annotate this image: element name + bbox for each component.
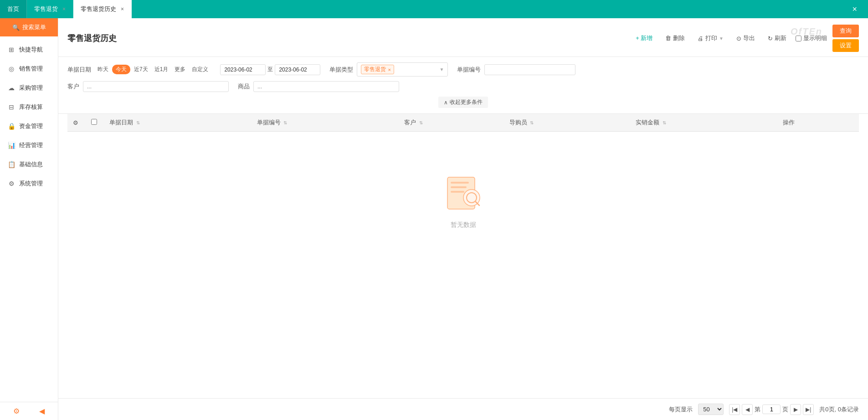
tab-home[interactable]: 首页 bbox=[0, 0, 27, 18]
th-amount[interactable]: 实销金额 ⇅ bbox=[630, 114, 778, 132]
print-chevron-icon: ▼ bbox=[719, 36, 724, 41]
th-customer[interactable]: 客户 ⇅ bbox=[399, 114, 504, 132]
page-size-select[interactable]: 50 10 20 100 bbox=[698, 404, 724, 415]
filter-row-2: 客户 商品 bbox=[67, 81, 859, 92]
date-option-7days[interactable]: 近7天 bbox=[131, 65, 151, 74]
settings-icon[interactable]: ⚙ bbox=[73, 119, 78, 126]
guide-sort-icon: ⇅ bbox=[530, 120, 534, 125]
show-detail-checkbox[interactable] bbox=[796, 36, 801, 41]
sidebar-settings-icon[interactable]: ⚙ bbox=[13, 407, 20, 415]
last-page-button[interactable]: ▶| bbox=[803, 404, 814, 415]
prev-page-button[interactable]: ◀ bbox=[742, 404, 753, 415]
sidebar-item-sales-mgmt[interactable]: ◎ 销售管理 bbox=[0, 59, 58, 78]
capital-mgmt-icon: 🔒 bbox=[7, 122, 15, 130]
refresh-icon: ↻ bbox=[768, 35, 773, 42]
export-button[interactable]: ⊙ 导出 bbox=[733, 32, 759, 44]
customer-filter-label: 客户 bbox=[67, 82, 79, 91]
th-guide[interactable]: 导购员 ⇅ bbox=[504, 114, 630, 132]
svg-rect-1 bbox=[451, 182, 469, 184]
inventory-icon: ⊟ bbox=[7, 103, 15, 111]
print-icon: 🖨 bbox=[698, 35, 704, 42]
bill-no-label: 单据编号 bbox=[457, 66, 481, 74]
date-filter-group: 单据日期 昨天 今天 近7天 近1月 更多 自定义 bbox=[67, 65, 211, 74]
tab-list: 首页 零售退货 × 零售退货历史 × bbox=[0, 0, 848, 18]
date-to-input[interactable] bbox=[275, 64, 320, 75]
empty-text: 暂无数据 bbox=[451, 221, 476, 229]
delete-button[interactable]: 🗑 删除 bbox=[662, 32, 688, 44]
sidebar-item-capital-mgmt[interactable]: 🔒 资金管理 bbox=[0, 117, 58, 136]
tab-retail-return[interactable]: 零售退货 × bbox=[27, 0, 73, 18]
topbar-right: × bbox=[848, 5, 868, 14]
th-actions: 操作 bbox=[777, 114, 859, 132]
operations-mgmt-icon: 📊 bbox=[7, 141, 15, 149]
th-bill-date[interactable]: 单据日期 ⇅ bbox=[104, 114, 252, 132]
show-detail-checkbox-label[interactable]: 显示明细 bbox=[796, 34, 827, 42]
date-option-today[interactable]: 今天 bbox=[112, 65, 130, 74]
customer-filter-group: 客户 bbox=[67, 81, 229, 92]
tab-retail-return-history[interactable]: 零售退货历史 × bbox=[73, 0, 132, 18]
tab-retail-return-close[interactable]: × bbox=[62, 6, 66, 12]
quick-nav-icon: ⊞ bbox=[7, 46, 15, 54]
bill-no-input[interactable] bbox=[484, 64, 575, 75]
print-button[interactable]: 🖨 打印 ▼ bbox=[694, 32, 727, 44]
page-number-input[interactable] bbox=[762, 405, 781, 414]
svg-rect-3 bbox=[451, 191, 464, 193]
window-close-button[interactable]: × bbox=[848, 5, 861, 14]
sidebar-item-system-mgmt[interactable]: ⚙ 系统管理 bbox=[0, 174, 58, 193]
sales-mgmt-icon: ◎ bbox=[7, 65, 15, 73]
empty-state-row: 暂无数据 bbox=[67, 132, 859, 266]
filter-area: 单据日期 昨天 今天 近7天 近1月 更多 自定义 至 bbox=[58, 57, 868, 114]
bill-no-sort-icon: ⇅ bbox=[283, 120, 287, 125]
new-button[interactable]: + 新增 bbox=[632, 32, 656, 44]
page-label-suffix: 页 bbox=[782, 405, 788, 414]
th-checkbox[interactable] bbox=[86, 114, 104, 132]
basic-info-icon: 📋 bbox=[7, 160, 15, 169]
th-bill-no[interactable]: 单据编号 ⇅ bbox=[252, 114, 399, 132]
collapse-icon: ∧ bbox=[444, 99, 448, 106]
sidebar-item-purchase-mgmt[interactable]: ☁ 采购管理 bbox=[0, 78, 58, 97]
goods-filter-label: 商品 bbox=[238, 82, 250, 91]
sidebar: 🔍 搜索菜单 ⊞ 快捷导航 ◎ 销售管理 ☁ 采购管理 ⊟ 库存核算 🔒 资金 bbox=[0, 18, 58, 420]
refresh-button[interactable]: ↻ 刷新 bbox=[764, 32, 790, 44]
sidebar-search-button[interactable]: 🔍 搜索菜单 bbox=[0, 18, 58, 36]
date-from-input[interactable] bbox=[220, 64, 266, 75]
date-option-yesterday[interactable]: 昨天 bbox=[95, 65, 111, 74]
page-header: 零售退货历史 + 新增 🗑 删除 🖨 打印 ▼ ⊙ 导出 ↻ 刷新 bbox=[58, 18, 868, 57]
bill-type-filter-group: 单据类型 零售退货 × ▼ bbox=[329, 62, 448, 77]
sidebar-item-quick-nav[interactable]: ⊞ 快捷导航 bbox=[0, 40, 58, 59]
query-button[interactable]: 查询 bbox=[832, 25, 859, 37]
date-option-1month[interactable]: 近1月 bbox=[152, 65, 171, 74]
select-all-checkbox[interactable] bbox=[91, 119, 97, 125]
sidebar-item-basic-info[interactable]: 📋 基础信息 bbox=[0, 155, 58, 174]
search-icon: 🔍 bbox=[12, 24, 20, 31]
table-body: 暂无数据 bbox=[67, 132, 859, 266]
collapse-button[interactable]: ∧ 收起更多条件 bbox=[438, 97, 488, 108]
goods-input[interactable] bbox=[253, 81, 399, 92]
first-page-button[interactable]: |◀ bbox=[729, 404, 740, 415]
system-mgmt-icon: ⚙ bbox=[7, 179, 15, 188]
bill-type-tag-close[interactable]: × bbox=[388, 67, 390, 72]
date-range-options: 昨天 今天 近7天 近1月 更多 自定义 bbox=[95, 65, 211, 74]
date-option-more[interactable]: 更多 bbox=[172, 65, 188, 74]
setting-button[interactable]: 设置 bbox=[832, 39, 859, 52]
table-header: ⚙ 单据日期 ⇅ 单据编号 ⇅ bbox=[67, 114, 859, 132]
total-records: 共0页, 0条记录 bbox=[819, 405, 859, 414]
export-icon: ⊙ bbox=[736, 35, 741, 42]
sidebar-item-inventory[interactable]: ⊟ 库存核算 bbox=[0, 97, 58, 117]
page-size-label: 每页显示 bbox=[669, 405, 693, 414]
date-filter-label: 单据日期 bbox=[67, 66, 91, 74]
sidebar-collapse-icon[interactable]: ◀ bbox=[39, 407, 45, 415]
bill-type-select[interactable]: 零售退货 × ▼ bbox=[357, 62, 448, 77]
tab-retail-return-history-close[interactable]: × bbox=[121, 6, 124, 12]
bill-type-tag: 零售退货 × bbox=[361, 65, 394, 74]
bill-date-sort-icon: ⇅ bbox=[136, 120, 140, 125]
th-settings[interactable]: ⚙ bbox=[67, 114, 86, 132]
table-area: ⚙ 单据日期 ⇅ 单据编号 ⇅ bbox=[58, 114, 868, 398]
empty-state: 暂无数据 bbox=[67, 132, 859, 266]
sidebar-item-operations-mgmt[interactable]: 📊 经营管理 bbox=[0, 136, 58, 155]
bill-type-label: 单据类型 bbox=[329, 66, 353, 74]
data-table: ⚙ 单据日期 ⇅ 单据编号 ⇅ bbox=[67, 114, 859, 266]
date-option-custom[interactable]: 自定义 bbox=[189, 65, 211, 74]
next-page-button[interactable]: ▶ bbox=[790, 404, 801, 415]
customer-input[interactable] bbox=[83, 81, 229, 92]
